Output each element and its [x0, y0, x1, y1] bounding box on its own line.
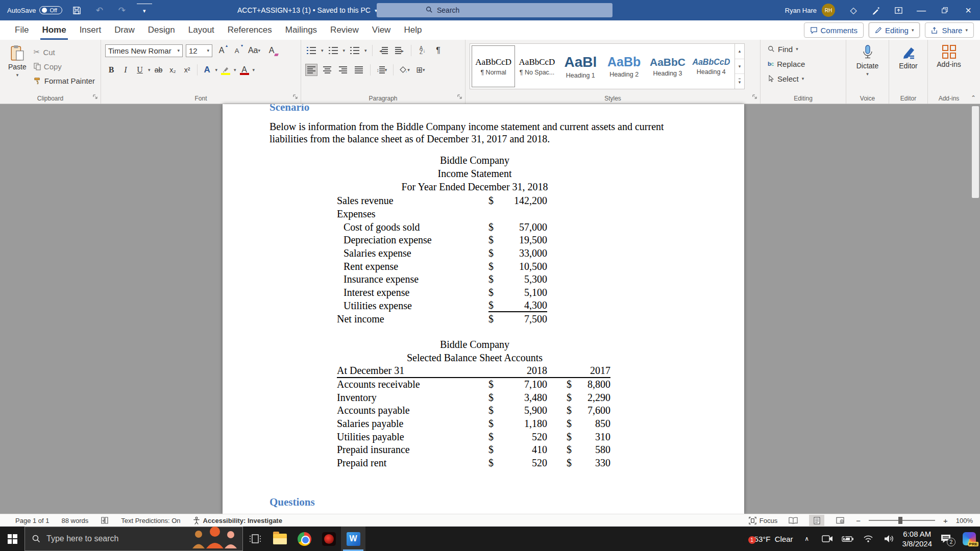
tab-home[interactable]: Home: [35, 20, 72, 40]
clear-formatting-button[interactable]: A: [265, 44, 278, 57]
print-layout-button[interactable]: [809, 515, 824, 526]
autosave-pill[interactable]: Off: [39, 6, 62, 14]
search-highlight-people-graphic[interactable]: [188, 526, 241, 550]
zoom-in-button[interactable]: +: [943, 516, 948, 525]
grow-font-button[interactable]: A▴: [215, 44, 228, 57]
shading-button[interactable]: ▾: [399, 64, 411, 76]
restore-button[interactable]: [933, 0, 957, 20]
style-no-spacing[interactable]: AaBbCcD ¶ No Spac...: [515, 45, 558, 87]
tab-draw[interactable]: Draw: [108, 20, 141, 40]
read-mode-button[interactable]: [786, 515, 801, 526]
document-title[interactable]: ACCT+ASSIGN+13 (1) • Saved to this PC ▾: [237, 6, 377, 14]
shrink-font-button[interactable]: A▾: [231, 44, 243, 57]
volume-icon[interactable]: [882, 533, 895, 545]
copy-button[interactable]: Copy: [34, 60, 95, 72]
avatar[interactable]: RH: [822, 4, 835, 17]
document-page[interactable]: Scenario Below is information from the B…: [223, 104, 744, 514]
vertical-scrollbar[interactable]: [972, 106, 979, 512]
multilevel-list-options-icon[interactable]: ▾: [364, 48, 367, 53]
bullet-list-button[interactable]: [305, 44, 317, 57]
justify-button[interactable]: [353, 64, 365, 76]
rewards-diamond-icon[interactable]: ◇: [842, 0, 865, 20]
underline-button[interactable]: U: [134, 64, 146, 76]
select-button[interactable]: Select▾: [768, 72, 842, 85]
sort-icon[interactable]: AZ↓: [416, 44, 429, 57]
undo-icon[interactable]: ↶: [92, 4, 107, 17]
tab-layout[interactable]: Layout: [182, 20, 221, 40]
align-center-button[interactable]: [321, 64, 333, 76]
text-predictions[interactable]: Text Predictions: On: [121, 517, 180, 524]
tab-review[interactable]: Review: [324, 20, 365, 40]
replace-button[interactable]: bc Replace: [768, 58, 842, 70]
title-search-box[interactable]: Search: [377, 3, 612, 17]
align-left-button[interactable]: [305, 64, 317, 76]
text-effects-options-icon[interactable]: ▾: [215, 67, 218, 72]
wifi-icon[interactable]: [862, 533, 875, 545]
italic-button[interactable]: I: [119, 64, 132, 76]
save-icon[interactable]: [69, 4, 85, 17]
taskbar-search-box[interactable]: Type here to search: [24, 527, 243, 551]
numbered-list-options-icon[interactable]: ▾: [343, 48, 346, 53]
style-heading-3[interactable]: AaBbC Heading 3: [646, 45, 689, 87]
quick-access-toolbar-menu-icon[interactable]: ▾: [137, 4, 152, 17]
tab-file[interactable]: File: [8, 20, 35, 40]
proofing-icon[interactable]: [101, 516, 109, 524]
multilevel-list-button[interactable]: [349, 44, 361, 57]
font-dialog-launcher[interactable]: [293, 92, 298, 102]
style-heading-2[interactable]: AaBb Heading 2: [602, 45, 646, 87]
autosave-toggle[interactable]: AutoSave Off: [7, 6, 62, 14]
word-count[interactable]: 88 words: [62, 517, 89, 524]
word-taskbar-button[interactable]: W: [341, 527, 365, 551]
zoom-slider[interactable]: [869, 520, 935, 521]
weather-widget[interactable]: 1 53°F Clear: [750, 535, 793, 543]
tab-view[interactable]: View: [365, 20, 398, 40]
meet-now-icon[interactable]: [821, 533, 834, 545]
accessibility-status[interactable]: Accessibility: Investigate: [193, 517, 282, 524]
comments-button[interactable]: Comments: [804, 22, 864, 38]
battery-icon[interactable]: [841, 533, 854, 545]
redo-icon[interactable]: ↷: [114, 4, 130, 17]
styles-scroll-down-icon[interactable]: ▾: [735, 59, 744, 74]
show-hidden-icons-button[interactable]: ∧: [800, 533, 814, 545]
borders-button[interactable]: ⊞▾: [414, 64, 427, 76]
tab-mailings[interactable]: Mailings: [279, 20, 324, 40]
tab-references[interactable]: References: [221, 20, 279, 40]
media-app-button[interactable]: [316, 527, 341, 551]
font-color-button[interactable]: A: [238, 64, 251, 76]
zoom-out-button[interactable]: −: [856, 516, 861, 525]
share-button[interactable]: Share ▾: [925, 22, 974, 38]
user-name[interactable]: Ryan Hare: [785, 7, 817, 14]
clock[interactable]: 6:08 AM 3/8/2024: [902, 529, 932, 548]
task-view-button[interactable]: [243, 527, 267, 551]
cut-button[interactable]: ✂ Cut: [34, 46, 95, 58]
font-size-combo[interactable]: 12▾: [186, 44, 212, 57]
pen-sparkle-icon[interactable]: [865, 0, 887, 20]
page-indicator[interactable]: Page 1 of 1: [15, 517, 50, 524]
underline-options-icon[interactable]: ▾: [148, 67, 151, 72]
line-spacing-button[interactable]: ↕▾: [376, 64, 388, 76]
ribbon-display-options-icon[interactable]: [887, 0, 910, 20]
style-normal[interactable]: AaBbCcD ¶ Normal: [472, 45, 515, 87]
file-explorer-button[interactable]: [267, 527, 292, 551]
tab-help[interactable]: Help: [397, 20, 428, 40]
minimize-button[interactable]: —: [910, 0, 933, 20]
styles-scroll-up-icon[interactable]: ▴: [735, 44, 744, 59]
font-color-options-icon[interactable]: ▾: [253, 67, 255, 72]
decrease-indent-button[interactable]: ◂: [378, 44, 390, 57]
copilot-button[interactable]: PRE: [963, 533, 976, 545]
add-ins-button[interactable]: Add-ins: [932, 43, 966, 70]
dictate-button[interactable]: Dictate ▾: [850, 43, 885, 79]
styles-gallery-expand-icon[interactable]: ▾: [735, 74, 744, 89]
editor-button[interactable]: Editor: [893, 43, 923, 72]
text-effects-button[interactable]: A: [201, 64, 213, 76]
superscript-button[interactable]: x²: [181, 64, 193, 76]
close-button[interactable]: ×: [957, 0, 980, 20]
numbered-list-button[interactable]: [327, 44, 339, 57]
subscript-button[interactable]: x₂: [167, 64, 179, 76]
change-case-button[interactable]: Aa▾: [246, 44, 262, 57]
start-button[interactable]: [0, 527, 24, 551]
paste-button[interactable]: Paste ▾: [4, 43, 31, 93]
styles-dialog-launcher[interactable]: [752, 92, 757, 102]
format-painter-button[interactable]: Format Painter: [34, 74, 95, 87]
font-name-combo[interactable]: Times New Romar▾: [105, 44, 183, 57]
